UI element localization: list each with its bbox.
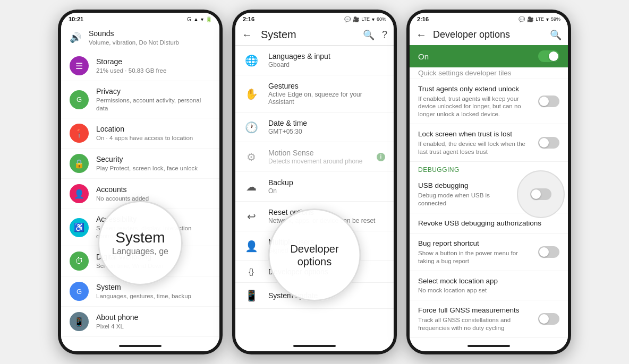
nav-pill-2 xyxy=(293,345,336,347)
motion-sense-title: Motion Sense xyxy=(268,149,367,157)
nav-pill-1 xyxy=(119,345,162,347)
time-1: 10:21 xyxy=(69,16,83,22)
gnss-item[interactable]: Force full GNSS measurements Track all G… xyxy=(410,300,568,337)
accounts-subtitle: No accounts added xyxy=(96,195,211,203)
languages-icon: 🌐 xyxy=(244,54,259,67)
developer-zoom-text: Developer options xyxy=(270,242,360,268)
about-phone-item[interactable]: 📱 About phone Pixel 4 XL xyxy=(61,307,219,337)
gnss-toggle[interactable] xyxy=(538,313,559,325)
dev-on-toggle[interactable] xyxy=(538,50,559,62)
sounds-title: Sounds xyxy=(89,29,211,38)
usb-debugging-item[interactable]: USB debugging Debug mode when USB is con… xyxy=(410,176,568,213)
security-icon: 🔒 xyxy=(70,154,89,173)
storage-title: Storage xyxy=(96,57,211,66)
motion-sense-text: Motion Sense Detects movement around pho… xyxy=(268,149,367,165)
security-subtitle: Play Protect, screen lock, face unlock xyxy=(96,164,211,172)
lock-screen-text: Lock screen when trust is lost If enable… xyxy=(418,129,533,155)
gnss-title: Force full GNSS measurements xyxy=(418,306,533,315)
dev-options-list: Quick settings developer tiles Trust age… xyxy=(410,67,568,341)
languages-title: Languages & input xyxy=(268,52,385,60)
dev-on-bar: On xyxy=(410,45,568,67)
about-phone-title: About phone xyxy=(96,313,211,322)
privacy-text: Privacy Permissions, account activity, p… xyxy=(96,86,211,112)
digital-wellbeing-icon: ⏱ xyxy=(70,252,89,271)
usb-debugging-toggle[interactable] xyxy=(530,188,551,200)
about-phone-text: About phone Pixel 4 XL xyxy=(96,313,211,331)
location-title: Location xyxy=(96,124,211,134)
privacy-item[interactable]: G Privacy Permissions, account activity,… xyxy=(61,81,219,118)
lock-screen-item[interactable]: Lock screen when trust is lost If enable… xyxy=(410,124,568,161)
phone-3-screen: 2:16 💬 🎥 LTE ▾ 59% ← Developer options 🔍… xyxy=(410,13,568,351)
backup-icon: ☁ xyxy=(244,180,259,193)
backup-item[interactable]: ☁ Backup On xyxy=(235,172,394,202)
accounts-title: Accounts xyxy=(96,185,211,194)
bug-report-title: Bug report shortcut xyxy=(418,239,533,248)
languages-text: Languages & input Gboard xyxy=(268,52,385,68)
lte-icon: LTE xyxy=(361,16,370,22)
status-bar-2: 2:16 💬 🎥 LTE ▾ 60% xyxy=(235,13,394,24)
tips-support-item[interactable]: ? Tips & support Help articles, phone & … xyxy=(61,337,219,341)
battery-icon-2: 60% xyxy=(377,16,386,22)
mock-location-sub: No mock location app set xyxy=(418,287,559,294)
location-icon: 📍 xyxy=(70,124,89,143)
trust-agents-toggle[interactable] xyxy=(538,96,559,107)
developer-options-icon: {} xyxy=(244,267,259,276)
lock-screen-toggle[interactable] xyxy=(538,137,559,149)
motion-sense-item[interactable]: ⚙ Motion Sense Detects movement around p… xyxy=(235,142,394,172)
multiple-users-icon: 👤 xyxy=(244,240,259,253)
system-title-header: System xyxy=(261,29,354,41)
sounds-item[interactable]: 🔊 Sounds Volume, vibration, Do Not Distu… xyxy=(61,24,219,51)
system-subtitle: Languages, gestures, time, backup xyxy=(96,292,211,300)
settings-list: ☰ Storage 21% used · 50.83 GB free G Pri… xyxy=(61,51,219,341)
gestures-sub: Active Edge on, squeeze for your Assista… xyxy=(268,91,385,106)
help-icon[interactable]: ? xyxy=(382,29,387,40)
bug-report-item[interactable]: Bug report shortcut Show a button in the… xyxy=(410,233,568,271)
accounts-text: Accounts No accounts added xyxy=(96,185,211,203)
system-text: System Languages, gestures, time, backup xyxy=(96,282,211,300)
quick-settings-item[interactable]: Quick settings developer tiles xyxy=(410,67,568,79)
search-icon-2[interactable]: 🔍 xyxy=(363,29,375,41)
date-time-icon: 🕐 xyxy=(244,121,259,134)
lock-screen-sub: If enabled, the device will lock when th… xyxy=(418,140,533,156)
mock-location-title: Select mock location app xyxy=(418,276,559,286)
accounts-icon: 👤 xyxy=(70,184,89,203)
time-3: 2:16 xyxy=(417,16,429,22)
signal-icon-3: ▾ xyxy=(546,16,549,22)
lock-screen-title: Lock screen when trust is lost xyxy=(418,129,533,139)
storage-item[interactable]: ☰ Storage 21% used · 50.83 GB free xyxy=(61,51,219,81)
bug-report-toggle[interactable] xyxy=(538,246,559,258)
mock-location-item[interactable]: Select mock location app No mock locatio… xyxy=(410,271,568,300)
system-icon: G xyxy=(70,282,89,301)
security-item[interactable]: 🔒 Security Play Protect, screen lock, fa… xyxy=(61,149,219,179)
nav-bar-3 xyxy=(410,341,568,351)
back-button-2[interactable]: ← xyxy=(242,29,252,41)
wifi-icon: ▾ xyxy=(201,16,203,22)
backup-text: Backup On xyxy=(268,178,385,195)
volume-icon: 🔊 xyxy=(70,32,81,44)
gestures-text: Gestures Active Edge on, squeeze for you… xyxy=(268,82,385,106)
location-text: Location On · 4 apps have access to loca… xyxy=(96,124,211,142)
bug-report-sub: Show a button in the power menu for taki… xyxy=(418,249,533,265)
zoom-sub-text: Languages, ge xyxy=(112,246,168,257)
privacy-icon: G xyxy=(70,90,89,109)
back-button-3[interactable]: ← xyxy=(416,29,427,41)
quick-settings-title: Quick settings developer tiles xyxy=(418,68,559,78)
header-icons-2: 🔍 ? xyxy=(363,29,387,41)
google-icon: G xyxy=(187,16,191,22)
languages-sub: Gboard xyxy=(268,61,385,68)
gestures-title: Gestures xyxy=(268,82,385,90)
location-item[interactable]: 📍 Location On · 4 apps have access to lo… xyxy=(61,118,219,149)
nav-bar-1 xyxy=(61,341,219,351)
zoom-main-text: System xyxy=(115,229,165,247)
date-time-item[interactable]: 🕐 Date & time GMT+05:30 xyxy=(235,112,394,142)
revoke-usb-text: Revoke USB debugging authorizations xyxy=(418,219,559,228)
trust-agents-text: Trust agents only extend unlock If enabl… xyxy=(418,84,533,118)
languages-item[interactable]: 🌐 Languages & input Gboard xyxy=(235,46,394,75)
privacy-title: Privacy xyxy=(96,86,211,96)
search-icon-3[interactable]: 🔍 xyxy=(550,29,562,41)
trust-agents-item[interactable]: Trust agents only extend unlock If enabl… xyxy=(410,79,568,124)
hangouts-icon: 🎥 xyxy=(353,16,359,22)
security-title: Security xyxy=(96,154,211,164)
phone-3: 2:16 💬 🎥 LTE ▾ 59% ← Developer options 🔍… xyxy=(406,10,571,354)
gestures-item[interactable]: ✋ Gestures Active Edge on, squeeze for y… xyxy=(235,75,394,112)
